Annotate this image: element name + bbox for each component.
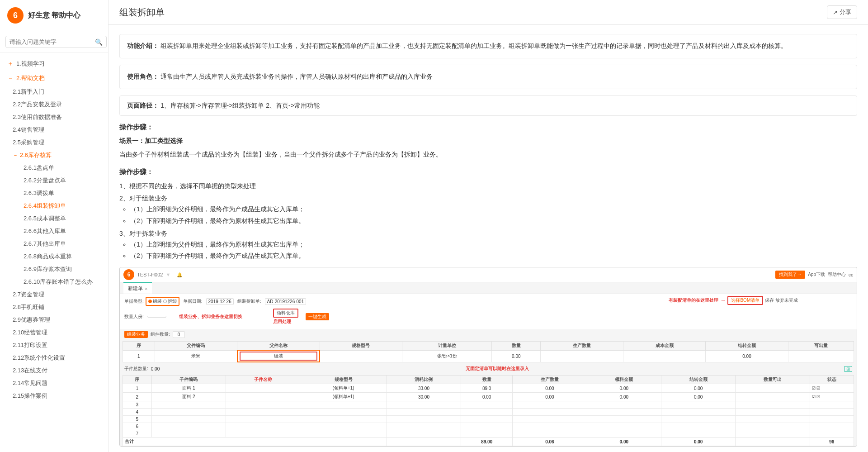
mock-user: cc [849,272,853,277]
mock-child-section-bar: 子件总数量: 0.00 无固定清单可以随时在这里录入 ⊞ [120,364,857,373]
mock-logo: 6 [123,269,134,280]
logo-area: 6 好生意 帮助中心 [0,0,108,31]
table-row: 4 [123,409,854,416]
sidebar-item-2-6-label[interactable]: － 2.6库存核算 [13,149,108,162]
mock-qty-label2: 组件数量: [151,331,170,338]
search-icon[interactable]: 🔍 [95,38,103,46]
sidebar-item-2-6-10[interactable]: 2.6.10库存账本错了怎么办 [20,276,108,288]
mock-th-unit: 计量单位 [402,342,492,351]
ops-title: 操作步骤： [119,123,857,132]
sidebar-item-1-label[interactable]: ＋ 1.视频学习 [0,57,108,71]
nav-sub-2: 2.1新手入门 2.2产品安装及登录 2.3使用前数据准备 2.4销售管理 2.… [0,86,108,402]
mock-bell-icon: 🔔 [177,272,182,277]
page-title: 组装拆卸单 [119,6,165,19]
sidebar-item-2-11[interactable]: 2.11打印设置 [13,339,108,352]
sidebar-item-2-6-5[interactable]: 2.6.5成本调整单 [20,212,108,225]
mock-section-bar: 组装业务 组件数量: 0 [120,329,857,339]
sidebar-item-2-5[interactable]: 2.5采购管理 [13,136,108,149]
path-text: 1、库存核算->库存管理->组装拆卸单 2、首页->常用功能 [160,102,320,109]
sidebar-item-2-7[interactable]: 2.7资金管理 [13,288,108,301]
table-row: 2 面料 2 (领料单+1) 30.00 0.00 0.00 0.00 0.00 [123,393,854,401]
scene1-title: 场景一：加工类型选择 [119,137,857,145]
mock-radio-org [148,300,152,303]
sidebar: 6 好生意 帮助中心 🔍 ＋ 1.视频学习 － 2.帮助文档 2.1新手入门 2… [0,0,108,452]
role-text: 通常由生产人员或库管人员完成拆装业务的操作，库管人员确认原材料的出库和产成品的入… [160,73,433,80]
nav-tree: ＋ 1.视频学习 － 2.帮助文档 2.1新手入门 2.2产品安装及登录 2.3… [0,53,108,452]
share-button[interactable]: ↗ 分享 [827,5,857,19]
sidebar-item-2[interactable]: － 2.帮助文档 2.1新手入门 2.2产品安装及登录 2.3使用前数据准备 2… [0,71,108,402]
sidebar-item-2-14[interactable]: 2.14常见问题 [13,377,108,390]
sidebar-item-2-6-7[interactable]: 2.6.7其他出库单 [20,238,108,250]
mock-docno-value: AD-20191226-001 [265,298,307,305]
mock-assemble-label: 组装 [153,298,162,305]
sidebar-item-2-6-6[interactable]: 2.6.6其他入库单 [20,225,108,238]
sidebar-item-2-2[interactable]: 2.2产品安装及登录 [13,98,108,111]
mock-th-pname: 父件名称 [237,342,320,351]
sidebar-item-2-4[interactable]: 2.4销售管理 [13,124,108,136]
sidebar-item-2-10[interactable]: 2.10经营管理 [13,326,108,339]
step3-sub-1: （1）上部明细为父件明细，最终作为原材料生成其它出库单； [130,239,857,250]
sidebar-item-2-3[interactable]: 2.3使用前数据准备 [13,111,108,124]
sidebar-item-2-15[interactable]: 2.15操作案例 [13,390,108,402]
path-label: 页面路径： [127,102,159,109]
mock-date-value: 2019-12-26 [206,298,234,305]
mock-help: 帮助中心 [828,271,846,278]
mock-type-label: 单据类型: [124,298,144,305]
sidebar-item-2-13[interactable]: 2.13在线支付 [13,364,108,377]
sidebar-item-1[interactable]: ＋ 1.视频学习 [0,57,108,71]
table-row: 1 米米 组装 张/份×1份 0.00 0.00 [123,350,854,362]
mock-th-avail: 可出量 [788,342,854,351]
mock-bom-btn: 选择BOM清单 [727,296,763,305]
mock-find-btn: 找到我了→ [775,271,805,279]
sidebar-item-2-6[interactable]: － 2.6库存核算 2.6.1盘点单 2.6.2分量盘点单 2.6.3调拨单 2… [13,149,108,288]
table-row: 6 [123,423,854,430]
sidebar-item-2-6-3[interactable]: 2.6.3调拨单 [20,187,108,200]
plus-icon-1: ＋ [7,61,14,67]
search-input[interactable] [5,36,107,48]
sidebar-item-2-6-9[interactable]: 2.6.9库存账本查询 [20,263,108,276]
mock-one-click-btn: 一键生成 [306,313,329,320]
sidebar-item-2-9[interactable]: 2.9优惠券管理 [13,314,108,326]
topbar: 组装拆卸单 ↗ 分享 [108,0,868,25]
step2-sub: （1）上部明细为父件明细，最终作为产成品生成其它入库单； （2）下部明细为子件明… [119,204,857,227]
mock-section-label: 组装业务 [124,331,148,338]
mock-child-section-info: 子件总数量: 0.00 [124,366,160,372]
table-row: 7 [123,430,854,438]
step3-sub: （1）上部明细为父件明细，最终作为原材料生成其它出库单； （2）下部明细为子件明… [119,239,857,262]
path-box: 页面路径： 1、库存核算->库存管理->组装拆卸单 2、首页->常用功能 [119,95,857,116]
step-3: 3、对于拆装业务 （1）上部明细为父件明细，最终作为原材料生成其它出库单； （2… [119,228,857,262]
logo-icon: 6 [7,7,24,24]
annotation3-text: 启用处理 [273,319,298,325]
mock-doc-top: 单据类型: 组装 拆卸 单据日期: 2019-12-26 组装拆卸单: AD-2… [124,297,852,306]
mock-type-radio-org: 组装 [148,298,162,305]
sidebar-item-2-6-8[interactable]: 2.6.8商品成本重算 [20,250,108,263]
annotation1-group: 有装配清单的在这里处理 → 选择BOM清单 保存 放弃未完成 [669,296,798,305]
step3-sub-2: （2）下部明细为子件明细，最终作为产成品生成其它入库单。 [130,251,857,262]
mock-doc-row2: 数量人份: 组装业务、拆卸业务在这里切换 领料仓库 启用处理 一键生成 [124,309,852,325]
nav-sub-2-6: 2.6.1盘点单 2.6.2分量盘点单 2.6.3调拨单 2.6.4组装拆卸单 … [13,162,108,288]
mock-th-pcode: 父件编码 [155,342,237,351]
main-content: 组装拆卸单 ↗ 分享 功能介绍： 组装拆卸单用来处理企业组装或拆卸等加工业务，支… [108,0,868,452]
step2-sub-1: （1）上部明细为父件明细，最终作为产成品生成其它入库单； [130,204,857,215]
search-area: 🔍 [0,31,108,53]
sidebar-item-2-6-2[interactable]: 2.6.2分量盘点单 [20,174,108,187]
mock-appbar: 6 TEST-H002 ▼ 🔔 找到我了→ App下载 帮助中心 cc [120,267,857,282]
mock-appname: App下载 [808,271,825,278]
table-row: 1 面料 1 (领料单+1) 33.00 89.0 0.00 0.00 0.00 [123,384,854,393]
mock-qty-input: 0 [173,331,185,338]
mock-app: 6 TEST-H002 ▼ 🔔 找到我了→ App下载 帮助中心 cc 新建单 [120,267,857,446]
mock-th-spec: 规格型号 [320,342,402,351]
sidebar-item-2-1[interactable]: 2.1新手入门 [13,86,108,98]
annotation1-arrow: → [720,297,726,304]
mock-type-radio-dis: 拆卸 [163,298,177,305]
mock-disassemble-label: 拆卸 [168,298,177,305]
sidebar-item-2-8[interactable]: 2.8手机旺铺 [13,301,108,314]
mock-child-total-val: 0.00 [151,366,160,371]
sidebar-item-2-6-1[interactable]: 2.6.1盘点单 [20,162,108,174]
sidebar-item-2-label[interactable]: － 2.帮助文档 [0,71,108,86]
intro-box: 功能介绍： 组装拆卸单用来处理企业组装或拆卸等加工业务，支持有固定装配清单的产品… [119,34,857,58]
mock-child-table-wrap: 序 子件编码 子件名称 规格型号 消耗比例 数量 生产数量 领料金额 结转金额 … [120,375,857,446]
annotation2-text: 组装业务、拆卸业务在这里切换 [179,314,242,320]
sidebar-item-2-12[interactable]: 2.12系统个性化设置 [13,352,108,364]
sidebar-item-2-6-4[interactable]: 2.6.4组装拆卸单 [20,200,108,212]
